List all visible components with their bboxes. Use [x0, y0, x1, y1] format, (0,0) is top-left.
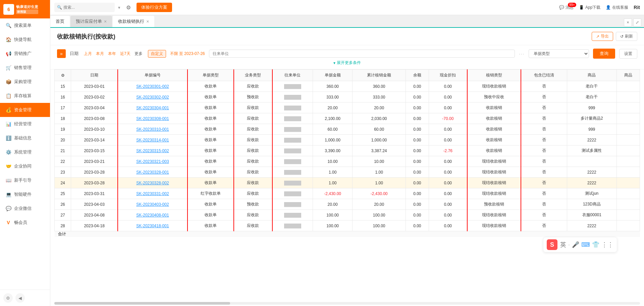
sidebar-label-search: 搜索菜单 — [14, 22, 32, 28]
sidebar-item-search[interactable]: 🔍搜索菜单 — [0, 18, 50, 33]
date-btn-last-month[interactable]: 上月 — [83, 50, 93, 57]
cell-amount: 1.00 — [313, 178, 353, 188]
topbar-gear-icon[interactable]: ⚙ — [124, 3, 133, 12]
cell-code[interactable]: SK-20230408-001 — [118, 210, 187, 221]
tab-receipts-close[interactable]: × — [146, 19, 149, 24]
cell-date: 2023-03-31 — [71, 188, 118, 199]
cell-code[interactable]: SK-20230403-002 — [118, 199, 187, 210]
export-icon: ↗ — [596, 34, 599, 39]
search-icon: 🔍 — [5, 22, 11, 28]
user-avatar[interactable]: Rit — [634, 5, 640, 10]
sidebar-item-base[interactable]: ℹ️基础信息 — [0, 131, 50, 145]
settings-bottom-icon[interactable]: ⚙ — [3, 293, 13, 303]
sidebar-logo: 6 畅康道好生意 标推版 — [0, 0, 50, 18]
sidebar-item-operations[interactable]: 📊经营管理 — [0, 117, 50, 131]
tab-receipts[interactable]: 收款核销执行 × — [113, 16, 154, 27]
custom-date-tag[interactable]: 自定义 — [148, 50, 166, 58]
cell-code[interactable]: SK-20230301-002 — [118, 81, 187, 92]
sidebar-item-system[interactable]: ⚙️系统管理 — [0, 145, 50, 159]
cell-code[interactable]: SK-20230308-001 — [118, 113, 187, 124]
date-btn-7days[interactable]: 近7天 — [119, 50, 132, 57]
sidebar-bottom: ⚙ ◀ — [0, 290, 50, 306]
cell-date: 2023-03-10 — [71, 124, 118, 135]
cell-unit: ██████ — [272, 103, 313, 113]
tab-home[interactable]: 首页 — [50, 16, 70, 27]
cell-code[interactable]: SK-20230328-001 — [118, 167, 187, 178]
message-button[interactable]: 💬 消息 99+ — [559, 5, 574, 10]
export-button[interactable]: ↗ 导出 — [592, 32, 613, 41]
cell-code[interactable]: SK-20230321-003 — [118, 156, 187, 167]
cell-code[interactable]: SK-20230315-002 — [118, 145, 187, 156]
cell-discount: 0.00 — [429, 188, 467, 199]
cell-code[interactable]: SK-20230304-001 — [118, 103, 187, 113]
tab-payable[interactable]: 预计应应付单 × — [70, 16, 112, 27]
sidebar-item-inventory[interactable]: 📋库存核算 — [0, 89, 50, 103]
cell-code[interactable]: SK-20230328-002 — [118, 178, 187, 188]
table-row: 282023-04-18SK-20230418-001收款单应收款██████1… — [55, 221, 640, 231]
type-filter: 单据类型 — [529, 49, 589, 58]
cell-balance: 0.00 — [406, 210, 429, 221]
cell-verify: 收款核销 — [467, 113, 521, 124]
cell-discount: -2.76 — [429, 145, 467, 156]
date-btn-this-year[interactable]: 本年 — [107, 50, 117, 57]
unit-input[interactable] — [209, 50, 515, 58]
sidebar-item-hardware[interactable]: 💻智能硬件 — [0, 187, 50, 201]
table-row: 272023-04-08SK-20230408-001收款单应收款██████1… — [55, 210, 640, 221]
cell-discount: 0.00 — [429, 156, 467, 167]
table-row: 172023-03-04SK-20230304-001收款单应收款██████2… — [55, 103, 640, 113]
cell-no: 16 — [55, 92, 71, 103]
tab-close-btn[interactable]: × — [624, 18, 632, 26]
cell-verify: 现结收款核销 — [467, 81, 521, 92]
sidebar-item-marketing[interactable]: 📢营销推广 — [0, 47, 50, 61]
col-verify: 核销类型 — [467, 70, 521, 81]
cell-biz: 应收款 — [234, 103, 273, 113]
table-scrollbar[interactable] — [54, 302, 640, 305]
cell-type: 收款单 — [187, 92, 234, 103]
sidebar-item-sales[interactable]: 🛒销售管理 — [0, 61, 50, 75]
cell-discount: 0.00 — [429, 124, 467, 135]
settings-button[interactable]: 设置 — [619, 49, 637, 59]
filter-expand-button[interactable]: » — [57, 49, 66, 58]
sidebar-item-wechat[interactable]: 💬企业微信 — [0, 201, 50, 216]
cell-amount: -2,430.00 — [313, 188, 353, 199]
cell-code[interactable]: SK-20230302-002 — [118, 92, 187, 103]
app-download-button[interactable]: 📱 App下载 — [579, 5, 600, 10]
topbar-search-input[interactable] — [63, 5, 104, 10]
tab-expand-btn[interactable]: ⤢ — [633, 18, 641, 26]
expand-more-label: 展开更多条件 — [337, 60, 361, 66]
sidebar-item-guide[interactable]: 📖新手引导 — [0, 173, 50, 187]
cell-code[interactable]: SK-20230418-001 — [118, 221, 187, 231]
cell-amount: 100.00 — [313, 210, 353, 221]
sidebar-item-member[interactable]: V畅会员 — [0, 216, 50, 230]
topbar: 🔍 ▾ ⚙ 体验行业方案 💬 消息 99+ 📱 App下载 👤 在线客服 Rit — [50, 0, 644, 15]
collapse-icon[interactable]: ◀ — [15, 293, 25, 303]
cell-balance: 0.00 — [406, 135, 429, 145]
tab-payable-close[interactable]: × — [104, 19, 107, 24]
query-button[interactable]: 查询 — [593, 49, 615, 59]
cell-type: 收款单 — [187, 145, 234, 156]
type-select[interactable]: 单据类型 — [529, 49, 589, 58]
cell-total: -2,430.00 — [353, 188, 406, 199]
sidebar-item-enterprise[interactable]: 🤝企业协同 — [0, 159, 50, 173]
export-label: 导出 — [601, 34, 609, 39]
cell-verify: 收款核销 — [467, 145, 521, 156]
sidebar-item-quicknav[interactable]: 🏠快捷导航 — [0, 33, 50, 47]
cell-code[interactable]: SK-20230314-001 — [118, 135, 187, 145]
col-settings[interactable]: ⚙ — [55, 70, 71, 81]
refresh-button[interactable]: ↺ 刷新 — [616, 32, 637, 41]
cell-goods1: 老白干 — [567, 92, 616, 103]
cell-included: 否 — [521, 167, 567, 178]
topbar-search-box[interactable]: 🔍 — [54, 3, 115, 12]
expand-more-btn[interactable]: ▾ 展开更多条件 — [57, 60, 637, 66]
online-service-button[interactable]: 👤 在线客服 — [606, 5, 628, 10]
filter-bar: » 日期 上月 本月 本年 近7天 更多 自定义 不限 至 2023-07-26… — [50, 45, 644, 69]
sidebar-item-finance[interactable]: 💰资金管理 — [0, 103, 50, 117]
solution-button[interactable]: 体验行业方案 — [137, 3, 172, 12]
cell-code[interactable]: SK-20230310-001 — [118, 124, 187, 135]
cell-discount: 0.00 — [429, 81, 467, 92]
col-goods1: 商品 — [567, 70, 616, 81]
cell-code[interactable]: SK-20230331-002 — [118, 188, 187, 199]
sidebar-item-purchase[interactable]: 📦采购管理 — [0, 75, 50, 89]
date-btn-more[interactable]: 更多 — [133, 50, 144, 57]
date-btn-this-month[interactable]: 本月 — [95, 50, 105, 57]
